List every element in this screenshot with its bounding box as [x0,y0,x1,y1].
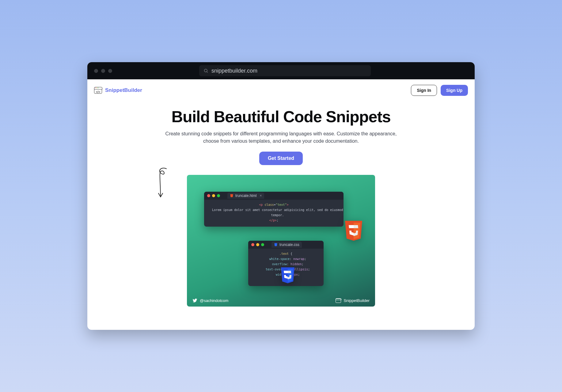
brand-text: SnippetBuilder [105,87,142,93]
page-content: </> SnippetBuilder Sign In Sign Up Build… [87,79,475,307]
css3-badge-icon [279,267,296,288]
hero-subtitle: Create stunning code snippets for differ… [160,130,402,145]
code-tab-filename: truncate.css [279,243,299,247]
site-nav: </> SnippetBuilder Sign In Sign Up [94,85,468,96]
sign-up-button[interactable]: Sign Up [441,85,468,96]
watermark-handle: @sachindotcom [200,298,228,303]
minimize-icon [256,243,259,246]
code-window-titlebar: truncate.css [248,241,324,249]
url-text: snippetbuilder.com [211,68,257,74]
close-icon [251,243,254,246]
twitter-icon [192,298,197,303]
watermark-brand-text: SnippetBuilder [344,298,370,303]
search-icon [203,68,208,73]
code-tab-filename: truncate.html [235,194,256,198]
doodle-arrow-icon [155,167,170,202]
code-window-html: truncate.html × <p class="text"> Lorem i… [204,192,344,227]
close-dot[interactable] [94,69,98,73]
code-tab: truncate.css [272,242,302,248]
zoom-dot[interactable] [108,69,112,73]
sign-in-button[interactable]: Sign In [411,85,437,96]
minimize-icon [212,194,215,197]
html-file-icon [230,194,234,198]
html5-badge-icon [343,221,364,246]
brand[interactable]: </> SnippetBuilder [94,87,142,94]
zoom-icon [261,243,264,246]
address-bar[interactable]: snippetbuilder.com [199,65,371,76]
close-icon [207,194,210,197]
watermark-brand: SnippetBuilder [336,298,370,303]
watermark-twitter: @sachindotcom [192,298,228,303]
code-tab: truncate.html × [227,193,264,199]
hero-title: Build Beautiful Code Snippets [94,107,468,126]
zoom-icon [217,194,220,197]
window-controls [94,69,112,73]
code-window-titlebar: truncate.html × [204,192,344,200]
svg-line-1 [207,72,208,73]
tab-close-icon: × [260,194,262,198]
showcase-card: truncate.html × <p class="text"> Lorem i… [187,175,375,307]
minimize-dot[interactable] [101,69,105,73]
browser-titlebar: snippetbuilder.com [87,62,475,79]
css-file-icon [274,243,278,247]
get-started-button[interactable]: Get Started [259,152,303,165]
brand-mini-icon [336,299,341,303]
brand-icon: </> [94,87,102,94]
hero: Build Beautiful Code Snippets Create stu… [94,107,468,307]
auth-buttons: Sign In Sign Up [411,85,468,96]
svg-point-0 [204,69,207,72]
browser-window: snippetbuilder.com </> SnippetBuilder Si… [87,62,475,330]
code-block-html: <p class="text"> Lorem ipsum dolor sit a… [204,200,344,227]
